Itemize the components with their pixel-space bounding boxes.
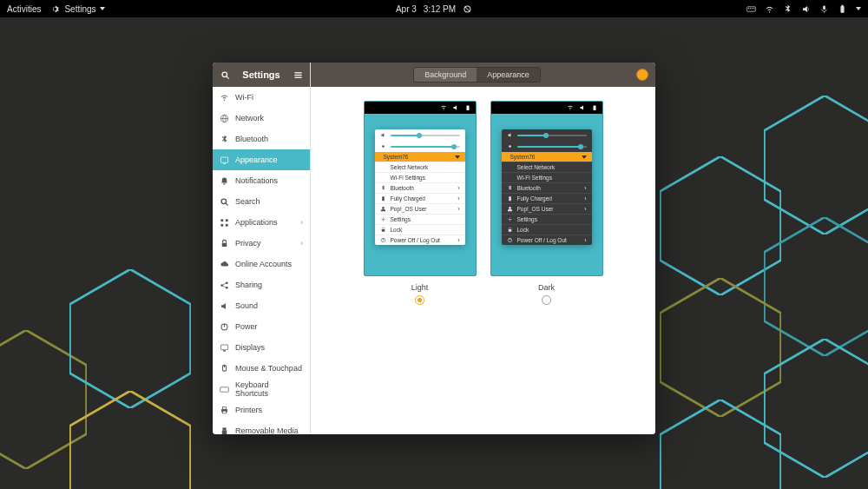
volume-icon xyxy=(452,104,459,111)
svg-rect-15 xyxy=(753,8,754,9)
activities-button[interactable]: Activities xyxy=(7,4,41,14)
sidebar-label: Power xyxy=(235,322,258,331)
radio-dark[interactable] xyxy=(542,295,551,305)
sidebar-label: Privacy xyxy=(235,239,261,248)
notifications-icon xyxy=(220,176,229,186)
radio-light[interactable] xyxy=(415,295,424,305)
brightness-icon xyxy=(380,143,386,149)
theme-preview-dark[interactable]: System76 Select Network Wi-Fi Settings B… xyxy=(490,101,603,276)
theme-option-light: System76 Select Network Wi-Fi Settings B… xyxy=(364,101,477,420)
svg-rect-51 xyxy=(222,427,226,430)
hamburger-button[interactable] xyxy=(286,63,310,87)
svg-point-38 xyxy=(226,286,228,288)
svg-marker-3 xyxy=(660,156,780,295)
app-menu[interactable]: Settings xyxy=(51,4,104,14)
search-button[interactable] xyxy=(213,63,237,87)
theme-label-light: Light xyxy=(411,283,429,292)
svg-rect-55 xyxy=(382,196,385,201)
printer-icon xyxy=(220,406,229,415)
battery-icon xyxy=(591,104,598,111)
sidebar-label: Bluetooth xyxy=(235,135,268,143)
caret-down-icon xyxy=(856,7,861,10)
svg-rect-53 xyxy=(466,106,469,111)
svg-rect-11 xyxy=(747,6,756,11)
main-header: Background Appearance xyxy=(311,63,655,87)
sidebar-item-applications[interactable]: Applications› xyxy=(213,212,310,233)
gear-icon xyxy=(380,216,386,222)
clock[interactable]: Apr 3 3:12 PM xyxy=(396,4,472,14)
svg-marker-6 xyxy=(660,278,780,417)
svg-rect-14 xyxy=(752,8,753,9)
svg-point-57 xyxy=(382,219,384,221)
sidebar-item-search[interactable]: Search xyxy=(213,191,310,212)
sidebar-item-sound[interactable]: Sound xyxy=(213,295,310,316)
sidebar-label: Applications xyxy=(235,218,278,227)
sidebar-item-removable[interactable]: Removable Media xyxy=(213,420,310,434)
svg-rect-13 xyxy=(750,8,751,9)
lock-icon xyxy=(220,239,229,248)
sidebar-item-bluetooth[interactable]: Bluetooth xyxy=(213,129,310,149)
sidebar-label: Keyboard Shortcuts xyxy=(235,380,303,398)
battery-icon xyxy=(838,4,847,14)
share-icon xyxy=(220,281,229,290)
tab-appearance[interactable]: Appearance xyxy=(477,68,540,82)
svg-point-62 xyxy=(509,145,511,148)
sidebar-item-displays[interactable]: Displays xyxy=(213,337,310,358)
sidebar-item-appearance[interactable]: Appearance xyxy=(213,149,310,170)
battery-icon xyxy=(507,195,513,202)
system-indicators[interactable] xyxy=(746,4,861,14)
svg-rect-12 xyxy=(748,8,749,9)
svg-point-19 xyxy=(222,72,227,77)
sidebar-header: Settings xyxy=(213,63,310,87)
sidebar-item-online-accounts[interactable]: Online Accounts xyxy=(213,254,310,274)
svg-point-29 xyxy=(221,199,227,204)
power-icon xyxy=(507,237,513,243)
svg-rect-50 xyxy=(222,411,226,413)
volume-icon xyxy=(507,132,513,138)
svg-rect-58 xyxy=(381,229,385,232)
keyboard-icon xyxy=(220,385,229,394)
sidebar-label: Network xyxy=(235,114,264,122)
sidebar-item-wifi[interactable]: Wi-Fi xyxy=(213,87,310,108)
sidebar-label: Sound xyxy=(235,301,258,310)
brightness-icon xyxy=(507,143,513,149)
caret-down-icon xyxy=(100,7,105,10)
svg-rect-63 xyxy=(509,196,511,201)
svg-point-56 xyxy=(382,207,385,209)
svg-rect-49 xyxy=(222,406,226,409)
sidebar-item-sharing[interactable]: Sharing xyxy=(213,274,310,295)
svg-point-54 xyxy=(382,145,385,148)
sidebar-item-mouse[interactable]: Mouse & Touchpad xyxy=(213,358,310,379)
appearance-content: System76 Select Network Wi-Fi Settings B… xyxy=(311,87,655,434)
svg-marker-4 xyxy=(764,96,868,235)
svg-rect-66 xyxy=(508,229,511,232)
wifi-icon xyxy=(567,104,574,111)
sidebar-item-network[interactable]: Network xyxy=(213,108,310,129)
power-icon xyxy=(380,237,386,243)
svg-rect-33 xyxy=(220,223,223,226)
lock-icon xyxy=(507,227,513,233)
svg-rect-61 xyxy=(593,106,595,111)
svg-rect-47 xyxy=(220,387,229,392)
svg-rect-34 xyxy=(226,223,228,226)
sidebar-item-keyboard[interactable]: Keyboard Shortcuts xyxy=(213,379,310,400)
settings-window: Settings Wi-Fi Network Bluetooth Appeara… xyxy=(213,63,655,434)
mouse-icon xyxy=(220,364,229,373)
tab-background[interactable]: Background xyxy=(414,68,477,82)
sidebar-item-privacy[interactable]: Privacy› xyxy=(213,233,310,254)
svg-rect-22 xyxy=(294,74,301,75)
svg-rect-32 xyxy=(226,219,228,221)
close-button[interactable] xyxy=(636,69,648,81)
theme-preview-light[interactable]: System76 Select Network Wi-Fi Settings B… xyxy=(364,101,477,276)
sidebar-item-power[interactable]: Power xyxy=(213,316,310,337)
svg-rect-18 xyxy=(841,4,843,5)
bluetooth-icon xyxy=(507,185,513,191)
wifi-icon xyxy=(440,104,447,111)
sidebar-item-printers[interactable]: Printers xyxy=(213,400,310,420)
svg-rect-43 xyxy=(220,345,227,350)
svg-line-10 xyxy=(465,6,470,11)
svg-line-39 xyxy=(223,283,226,285)
svg-rect-31 xyxy=(220,219,223,221)
sidebar-item-notifications[interactable]: Notifications xyxy=(213,170,310,191)
wifi-icon xyxy=(220,93,229,102)
